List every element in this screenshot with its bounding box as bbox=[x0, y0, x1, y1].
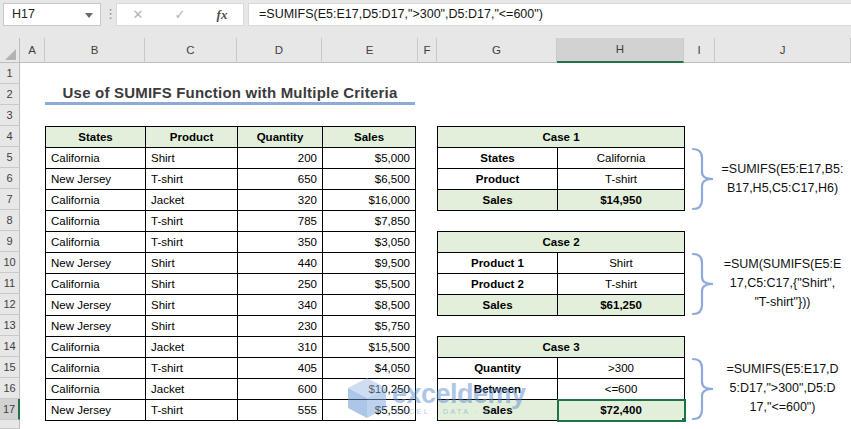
case3-label-2[interactable]: Sales bbox=[438, 400, 558, 421]
cell-states-row12[interactable]: New Jersey bbox=[46, 295, 146, 316]
enter-icon[interactable]: ✓ bbox=[175, 7, 186, 22]
main-table-header-0[interactable]: States bbox=[46, 127, 146, 148]
case2-label-0[interactable]: Product 1 bbox=[438, 253, 558, 274]
cell-sales-row14[interactable]: $15,500 bbox=[323, 337, 416, 358]
cell-sales-row7[interactable]: $16,000 bbox=[323, 190, 416, 211]
cell-quantity-row12[interactable]: 340 bbox=[238, 295, 323, 316]
cell-states-row17[interactable]: New Jersey bbox=[46, 400, 146, 421]
row-header-1[interactable]: 1 bbox=[0, 63, 20, 84]
case3-value-0[interactable]: >300 bbox=[558, 358, 685, 379]
row-header-15[interactable]: 15 bbox=[0, 357, 20, 378]
main-table-header-3[interactable]: Sales bbox=[323, 127, 416, 148]
row-header-16[interactable]: 16 bbox=[0, 378, 20, 399]
cell-states-row16[interactable]: California bbox=[46, 379, 146, 400]
column-header-E[interactable]: E bbox=[322, 38, 418, 63]
insert-function-icon[interactable]: fx bbox=[217, 7, 228, 23]
cell-product-row7[interactable]: Jacket bbox=[146, 190, 238, 211]
sheet-title[interactable]: Use of SUMIFS Function with Multiple Cri… bbox=[45, 83, 415, 105]
case2-value-0[interactable]: Shirt bbox=[558, 253, 685, 274]
case2-title[interactable]: Case 2 bbox=[438, 232, 685, 253]
column-header-D[interactable]: D bbox=[237, 38, 322, 63]
cell-sales-row16[interactable]: $10,250 bbox=[323, 379, 416, 400]
cell-sales-row6[interactable]: $6,500 bbox=[323, 169, 416, 190]
case3-value-1[interactable]: <=600 bbox=[558, 379, 685, 400]
cell-sales-row13[interactable]: $5,750 bbox=[323, 316, 416, 337]
cell-product-row13[interactable]: Shirt bbox=[146, 316, 238, 337]
column-header-H[interactable]: H bbox=[557, 38, 684, 63]
cell-states-row13[interactable]: New Jersey bbox=[46, 316, 146, 337]
cell-quantity-row13[interactable]: 230 bbox=[238, 316, 323, 337]
main-table-header-2[interactable]: Quantity bbox=[238, 127, 323, 148]
cell-states-row14[interactable]: California bbox=[46, 337, 146, 358]
row-header-7[interactable]: 7 bbox=[0, 189, 20, 210]
cell-quantity-row7[interactable]: 320 bbox=[238, 190, 323, 211]
select-all-corner[interactable] bbox=[0, 38, 20, 63]
case2-label-1[interactable]: Product 2 bbox=[438, 274, 558, 295]
cell-product-row16[interactable]: Jacket bbox=[146, 379, 238, 400]
case1-title[interactable]: Case 1 bbox=[438, 127, 685, 148]
cell-sales-row5[interactable]: $5,000 bbox=[323, 148, 416, 169]
cell-product-row14[interactable]: Jacket bbox=[146, 337, 238, 358]
case2-value-2[interactable]: $61,250 bbox=[558, 295, 685, 316]
row-header-9[interactable]: 9 bbox=[0, 231, 20, 252]
column-header-B[interactable]: B bbox=[45, 38, 145, 63]
cell-sales-row9[interactable]: $3,050 bbox=[323, 232, 416, 253]
row-header-6[interactable]: 6 bbox=[0, 168, 20, 189]
row-header-12[interactable]: 12 bbox=[0, 294, 20, 315]
cell-product-row11[interactable]: Shirt bbox=[146, 274, 238, 295]
column-header-G[interactable]: G bbox=[437, 38, 557, 63]
cell-states-row9[interactable]: California bbox=[46, 232, 146, 253]
case3-label-0[interactable]: Quantity bbox=[438, 358, 558, 379]
cell-product-row8[interactable]: T-shirt bbox=[146, 211, 238, 232]
case1-label-0[interactable]: States bbox=[438, 148, 558, 169]
cell-product-row5[interactable]: Shirt bbox=[146, 148, 238, 169]
cell-quantity-row5[interactable]: 200 bbox=[238, 148, 323, 169]
cell-quantity-row8[interactable]: 785 bbox=[238, 211, 323, 232]
cell-sales-row10[interactable]: $9,500 bbox=[323, 253, 416, 274]
cell-quantity-row6[interactable]: 650 bbox=[238, 169, 323, 190]
cell-sales-row11[interactable]: $5,500 bbox=[323, 274, 416, 295]
column-header-J[interactable]: J bbox=[715, 38, 851, 63]
cell-states-row6[interactable]: New Jersey bbox=[46, 169, 146, 190]
cell-states-row10[interactable]: New Jersey bbox=[46, 253, 146, 274]
row-header-4[interactable]: 4 bbox=[0, 126, 20, 147]
formula-input[interactable]: =SUMIFS(E5:E17,D5:D17,">300",D5:D17,"<=6… bbox=[248, 3, 851, 26]
row-header-14[interactable]: 14 bbox=[0, 336, 20, 357]
cell-states-row5[interactable]: California bbox=[46, 148, 146, 169]
case3-value-2[interactable]: $72,400 bbox=[558, 400, 685, 421]
case1-value-1[interactable]: T-shirt bbox=[558, 169, 685, 190]
cell-quantity-row17[interactable]: 555 bbox=[238, 400, 323, 421]
case1-value-2[interactable]: $14,950 bbox=[558, 190, 685, 211]
cancel-icon[interactable]: ✕ bbox=[133, 7, 144, 22]
cell-quantity-row14[interactable]: 310 bbox=[238, 337, 323, 358]
cell-quantity-row10[interactable]: 440 bbox=[238, 253, 323, 274]
cell-quantity-row15[interactable]: 405 bbox=[238, 358, 323, 379]
row-header-11[interactable]: 11 bbox=[0, 273, 20, 294]
column-header-F[interactable]: F bbox=[418, 38, 437, 63]
cell-quantity-row16[interactable]: 600 bbox=[238, 379, 323, 400]
row-header-5[interactable]: 5 bbox=[0, 147, 20, 168]
cell-sales-row12[interactable]: $8,500 bbox=[323, 295, 416, 316]
cell-quantity-row11[interactable]: 250 bbox=[238, 274, 323, 295]
case2-value-1[interactable]: T-shirt bbox=[558, 274, 685, 295]
cell-product-row10[interactable]: Shirt bbox=[146, 253, 238, 274]
column-header-A[interactable]: A bbox=[20, 38, 45, 63]
row-header-17[interactable]: 17 bbox=[0, 399, 20, 420]
cell-sales-row17[interactable]: $5,550 bbox=[323, 400, 416, 421]
cell-quantity-row9[interactable]: 350 bbox=[238, 232, 323, 253]
case1-value-0[interactable]: California bbox=[558, 148, 685, 169]
case3-title[interactable]: Case 3 bbox=[438, 337, 685, 358]
main-table-header-1[interactable]: Product bbox=[146, 127, 238, 148]
row-header-8[interactable]: 8 bbox=[0, 210, 20, 231]
column-header-C[interactable]: C bbox=[145, 38, 237, 63]
case2-label-2[interactable]: Sales bbox=[438, 295, 558, 316]
row-header-13[interactable]: 13 bbox=[0, 315, 20, 336]
row-header-10[interactable]: 10 bbox=[0, 252, 20, 273]
name-box[interactable]: H17 bbox=[3, 3, 101, 26]
case1-label-1[interactable]: Product bbox=[438, 169, 558, 190]
cell-product-row6[interactable]: T-shirt bbox=[146, 169, 238, 190]
cell-product-row15[interactable]: T-shirt bbox=[146, 358, 238, 379]
fill-handle[interactable] bbox=[681, 417, 685, 421]
cell-product-row9[interactable]: T-shirt bbox=[146, 232, 238, 253]
case3-label-1[interactable]: Between bbox=[438, 379, 558, 400]
